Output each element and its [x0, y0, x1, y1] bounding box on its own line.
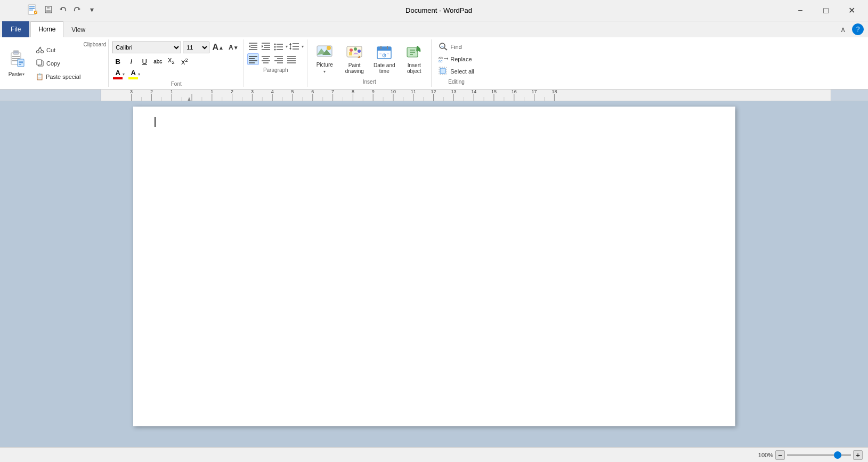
- page-container: [131, 107, 738, 442]
- highlight-dropdown-arrow: ▾: [138, 72, 140, 77]
- superscript-button[interactable]: X2: [179, 55, 190, 67]
- redo-quick-button[interactable]: [71, 3, 84, 16]
- picture-label: Picture: [317, 62, 333, 68]
- svg-point-37: [274, 44, 276, 45]
- editing-group-label: Editing: [435, 78, 478, 86]
- help-button[interactable]: ?: [852, 23, 864, 35]
- strikethrough-button[interactable]: abc: [152, 55, 164, 67]
- decrease-indent-icon: [248, 42, 258, 51]
- tab-view[interactable]: View: [63, 21, 93, 37]
- font-color-swatch: [113, 77, 123, 79]
- cut-label: Cut: [46, 47, 55, 53]
- font-color-icon: A: [116, 69, 120, 77]
- document-page[interactable]: [133, 107, 735, 426]
- svg-rect-97: [440, 68, 445, 74]
- font-grow-icon: A: [213, 43, 219, 52]
- strikethrough-icon: abc: [153, 59, 162, 64]
- picture-dropdown-arrow: ▾: [323, 69, 326, 74]
- close-button[interactable]: ✕: [839, 2, 864, 19]
- picture-button[interactable]: Picture ▾: [311, 43, 338, 76]
- svg-rect-3: [29, 10, 33, 11]
- svg-rect-18: [19, 62, 23, 63]
- replace-button[interactable]: ab ac Replace: [435, 53, 478, 65]
- undo-quick-button[interactable]: [56, 3, 69, 16]
- cut-button[interactable]: Cut: [33, 44, 83, 56]
- paint-drawing-icon: [346, 45, 363, 61]
- italic-button[interactable]: I: [125, 55, 137, 67]
- font-grow-button[interactable]: A ▲: [211, 40, 225, 54]
- font-size-select[interactable]: 11: [183, 42, 209, 53]
- svg-text:ac: ac: [441, 45, 444, 48]
- minimize-ribbon-button[interactable]: ∧: [837, 23, 849, 35]
- quick-access-toolbar: ▾: [27, 3, 98, 16]
- increase-indent-icon: [261, 42, 271, 51]
- bullets-button[interactable]: [273, 40, 285, 52]
- insert-object-label: Insert object: [407, 62, 421, 74]
- bold-button[interactable]: B: [112, 55, 124, 67]
- select-all-label: Select all: [450, 68, 474, 75]
- font-color-button[interactable]: A ▾: [112, 68, 126, 80]
- line-spacing-button[interactable]: [289, 40, 301, 52]
- ruler-right-margin: [831, 90, 868, 101]
- date-time-button[interactable]: Date and time: [370, 43, 398, 76]
- find-button[interactable]: ac Find: [435, 41, 478, 53]
- increase-indent-button[interactable]: [260, 40, 272, 52]
- paste-special-icon: 📋: [36, 73, 44, 80]
- subscript-icon: X2: [168, 57, 174, 65]
- paste-label: Paste: [9, 71, 22, 77]
- maximize-button[interactable]: □: [814, 2, 838, 19]
- svg-rect-12: [14, 51, 18, 53]
- zoom-percent-label: 100%: [758, 452, 773, 458]
- zoom-slider-thumb[interactable]: [834, 451, 841, 459]
- paste-button[interactable]: Paste ▾: [2, 47, 31, 79]
- align-left-button[interactable]: [247, 53, 259, 65]
- svg-marker-31: [249, 45, 250, 48]
- zoom-decrease-button[interactable]: −: [775, 450, 785, 460]
- font-group-label: Font: [112, 80, 240, 88]
- svg-rect-6: [47, 6, 50, 9]
- copy-button[interactable]: Copy: [33, 58, 83, 69]
- justify-icon: [287, 55, 296, 63]
- svg-rect-7: [46, 10, 51, 12]
- bullets-icon: [273, 42, 284, 51]
- align-right-button[interactable]: [273, 53, 285, 65]
- subscript-button[interactable]: X2: [165, 55, 177, 67]
- editing-group: ac Find ab ac Replace: [432, 39, 481, 87]
- zoom-slider[interactable]: [787, 454, 851, 456]
- zoom-area: 100% − +: [758, 450, 863, 460]
- svg-marker-95: [447, 58, 448, 60]
- svg-rect-73: [349, 52, 352, 55]
- svg-rect-13: [12, 56, 20, 57]
- align-center-button[interactable]: [260, 53, 272, 65]
- svg-rect-26: [37, 60, 42, 65]
- highlight-color-button[interactable]: A ▾: [127, 68, 141, 80]
- highlight-icon: A: [131, 69, 136, 77]
- customize-quick-access-button[interactable]: ▾: [85, 3, 98, 16]
- paragraph-group-label: Paragraph: [247, 66, 304, 74]
- ruler-left-margin: [0, 90, 101, 101]
- save-quick-button[interactable]: [42, 3, 55, 16]
- insert-object-button[interactable]: Insert object: [400, 43, 428, 76]
- minimize-button[interactable]: −: [788, 2, 813, 19]
- svg-point-20: [37, 50, 39, 53]
- replace-icon: ab ac: [439, 54, 448, 64]
- decrease-indent-button[interactable]: [247, 40, 259, 52]
- tab-home[interactable]: Home: [30, 21, 63, 37]
- paste-special-button[interactable]: 📋 Paste special: [33, 71, 83, 83]
- svg-rect-15: [12, 60, 18, 61]
- select-all-button[interactable]: Select all: [435, 66, 478, 77]
- zoom-increase-button[interactable]: +: [853, 450, 863, 460]
- justify-button[interactable]: [286, 53, 297, 65]
- font-shrink-button[interactable]: A ▼: [226, 40, 240, 54]
- svg-rect-1: [29, 6, 35, 7]
- bold-icon: B: [116, 58, 120, 66]
- svg-rect-19: [19, 64, 21, 65]
- align-right-icon: [274, 55, 283, 63]
- underline-button[interactable]: U: [139, 55, 150, 67]
- paint-drawing-button[interactable]: Paint drawing: [340, 43, 368, 76]
- font-shrink-icon: A: [229, 44, 233, 51]
- window-title: Document - WordPad: [90, 6, 788, 14]
- font-family-select[interactable]: Calibri: [112, 42, 181, 53]
- tab-file[interactable]: File: [2, 21, 29, 37]
- window-controls: − □ ✕: [788, 2, 864, 19]
